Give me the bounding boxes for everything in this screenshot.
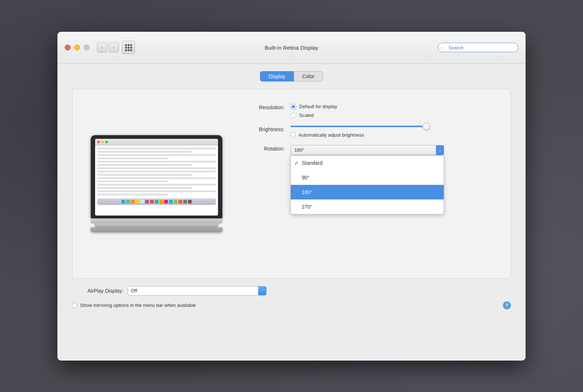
laptop-illustration xyxy=(83,100,230,267)
resolution-scaled-option[interactable]: Scaled xyxy=(290,113,337,118)
tab-color[interactable]: Color xyxy=(294,71,323,81)
dock-icon-15 xyxy=(188,200,192,203)
auto-brightness-label: Automatically adjust brightness xyxy=(298,132,364,138)
slider-row xyxy=(290,126,429,127)
rotation-option-270[interactable]: 270° xyxy=(291,199,444,214)
rotation-option-90[interactable]: 90° xyxy=(291,170,444,185)
laptop-bottom xyxy=(94,224,219,227)
text-line-6 xyxy=(97,164,192,166)
titlebar: ‹ › Built-in Retina Display ⌕ xyxy=(57,32,526,64)
dock xyxy=(97,198,216,205)
laptop-foot xyxy=(91,227,222,232)
text-line-14 xyxy=(97,190,216,192)
resolution-scaled-label: Scaled xyxy=(299,113,314,118)
rotation-dropdown-menu: ✓ Standard 90° 180° 270° xyxy=(290,155,444,214)
dock-icon-7 xyxy=(150,200,154,203)
rotation-standard-label: Standard xyxy=(302,160,323,166)
bottom-section: AirPlay Display: Off ↕ Show mirroring op… xyxy=(72,279,511,309)
mirror-checkbox[interactable] xyxy=(72,303,77,308)
rotation-label: Rotation: xyxy=(244,145,285,152)
rotation-option-180[interactable]: 180° xyxy=(291,185,444,199)
dock-icon-8 xyxy=(155,200,158,203)
resolution-default-label: Default for display xyxy=(299,104,337,109)
rotation-row: Rotation: 180° ↕ ✓ Standard 9 xyxy=(244,145,500,155)
laptop-image xyxy=(91,135,222,232)
rotation-270-label: 270° xyxy=(302,204,312,210)
screen-titlebar xyxy=(95,139,218,145)
dropdown-arrow-icon: ↕ xyxy=(436,145,444,155)
screen-content xyxy=(95,139,218,216)
brightness-slider-container xyxy=(290,126,429,127)
laptop-screen xyxy=(95,139,218,216)
grid-button[interactable] xyxy=(122,41,135,54)
dock-icon-10 xyxy=(164,200,168,203)
auto-brightness-checkbox[interactable] xyxy=(290,132,296,137)
tab-display[interactable]: Display xyxy=(260,71,294,81)
settings-area: Resolution: Default for display Scaled xyxy=(244,100,500,267)
search-box: ⌕ xyxy=(438,43,518,52)
brightness-label: Brightness: xyxy=(244,126,285,132)
airplay-row: AirPlay Display: Off ↕ xyxy=(72,286,511,296)
rotation-dropdown[interactable]: 180° ↕ xyxy=(290,145,444,155)
brightness-slider-thumb[interactable] xyxy=(423,123,430,130)
traffic-lights xyxy=(65,45,90,50)
dock-icon-3 xyxy=(131,200,135,203)
dock-icon-2 xyxy=(126,200,130,203)
rotation-dropdown-container: 180° ↕ ✓ Standard 90° xyxy=(290,145,444,155)
resolution-default-option[interactable]: Default for display xyxy=(290,104,337,110)
resolution-row: Resolution: Default for display Scaled xyxy=(244,104,500,118)
rotation-90-label: 90° xyxy=(302,175,309,180)
dock-icon-14 xyxy=(183,200,187,203)
help-button[interactable]: ? xyxy=(503,301,511,309)
screen-max-dot xyxy=(105,141,108,143)
resolution-scaled-radio[interactable] xyxy=(290,113,296,118)
resolution-default-radio[interactable] xyxy=(290,104,296,110)
minimize-button[interactable] xyxy=(74,45,80,50)
dock-icon-9 xyxy=(159,200,163,203)
search-input[interactable] xyxy=(438,43,518,52)
screen-close-dot xyxy=(97,141,100,143)
text-line-1 xyxy=(97,148,216,149)
back-button[interactable]: ‹ xyxy=(97,42,107,53)
tab-bar: Display Color xyxy=(260,71,323,81)
window-title: Built-in Retina Display xyxy=(265,45,319,51)
brightness-slider-track xyxy=(290,126,429,127)
checkmark-icon: ✓ xyxy=(294,160,299,166)
airplay-value: Off xyxy=(131,288,137,293)
text-line-12 xyxy=(97,184,216,186)
text-line-5 xyxy=(97,161,216,163)
mirror-label: Show mirroring options in the menu bar w… xyxy=(80,302,196,308)
rotation-option-standard[interactable]: ✓ Standard xyxy=(291,156,444,170)
dock-icon-12 xyxy=(174,200,177,203)
auto-brightness-row: Automatically adjust brightness xyxy=(290,132,429,138)
search-icon: ⌕ xyxy=(441,45,444,50)
text-line-10 xyxy=(97,177,216,179)
dock-icon-13 xyxy=(178,200,182,203)
dock-icon-11 xyxy=(169,200,173,203)
laptop-base xyxy=(91,218,222,224)
close-button[interactable] xyxy=(65,45,71,50)
nav-buttons: ‹ › xyxy=(97,42,119,53)
resolution-label: Resolution: xyxy=(244,104,285,110)
rotation-current-value: 180° xyxy=(294,147,304,153)
brightness-controls: Automatically adjust brightness xyxy=(290,126,429,138)
airplay-dropdown[interactable]: Off ↕ xyxy=(128,286,267,296)
text-line-9 xyxy=(97,174,192,176)
main-window: ‹ › Built-in Retina Display ⌕ Display Co… xyxy=(57,32,526,361)
maximize-button[interactable] xyxy=(84,45,90,50)
airplay-dropdown-arrow: ↕ xyxy=(258,286,266,295)
text-line-4 xyxy=(97,157,168,159)
display-panel: Resolution: Default for display Scaled xyxy=(72,89,511,279)
text-line-13 xyxy=(97,187,192,189)
dock-icon-6 xyxy=(145,200,149,203)
brightness-row: Brightness: Automatically adjust brigh xyxy=(244,126,500,138)
laptop-screen-outer xyxy=(91,135,222,218)
screen-body xyxy=(95,145,218,216)
text-line-11 xyxy=(97,180,168,182)
text-line-7 xyxy=(97,167,216,169)
text-line-8 xyxy=(97,171,216,172)
mirror-row: Show mirroring options in the menu bar w… xyxy=(72,301,511,309)
content-area: Display Color xyxy=(57,64,526,361)
forward-button[interactable]: › xyxy=(109,42,119,53)
text-line-2 xyxy=(97,151,192,153)
